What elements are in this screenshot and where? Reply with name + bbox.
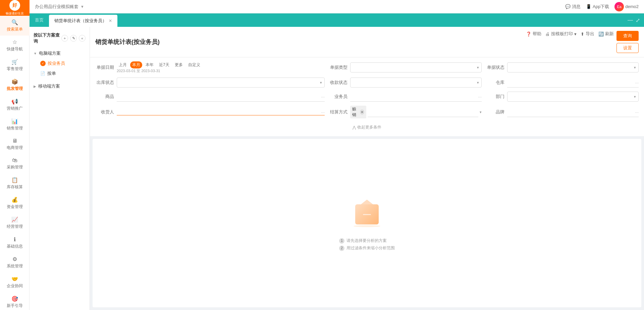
operation-icon: 📈 xyxy=(11,216,18,223)
app-logo[interactable]: 好 畅捷通好生意 xyxy=(0,0,30,16)
user-avatar: Ea xyxy=(614,2,624,11)
tab-home[interactable]: 首页 xyxy=(30,13,49,27)
date-input-wrapper: 上月 本月 本年 近7天 更多 自定义 2023-03-01 至 2023-03… xyxy=(117,61,325,73)
sidebar-item-shortcut[interactable]: ☆ 快捷导航 xyxy=(0,36,30,55)
newuser-icon: 🎯 xyxy=(11,296,18,302)
message-icon: 💬 xyxy=(565,4,571,9)
page-title: 销货单统计表(按业务员) xyxy=(95,38,160,46)
sidebar-item-retail[interactable]: 🛒 零售管理 xyxy=(0,55,30,75)
filter-salesman: 业务员 ··· xyxy=(329,92,482,102)
logo-icon: 好 xyxy=(9,0,20,11)
right-actions: ❓ 帮助 🖨 按模板打印 ▾ ⬆ 导出 xyxy=(526,31,639,53)
goods-input[interactable] xyxy=(117,92,325,102)
empty-step-2: 2 用过滤条件来缩小分析范围 xyxy=(339,245,395,252)
refresh-button[interactable]: 🔄 刷新 xyxy=(598,31,614,37)
box-lid xyxy=(361,200,373,204)
top-bar: 办公用品行业模拟账套 ▾ 💬 消息 📱 App下载 Ea demo2 xyxy=(30,0,644,13)
sidebar-item-finance[interactable]: 💰 资金管理 xyxy=(0,193,30,213)
salesman-wrapper: ··· xyxy=(350,92,482,102)
right-content: 销货单统计表(按业务员) ❓ 帮助 🖨 按模板打印 ▾ xyxy=(90,27,644,310)
tab-bar: 首页 销货单统计表（按业务员） ✕ — ⤢ xyxy=(30,13,644,27)
workspace-dropdown-icon[interactable]: ▾ xyxy=(81,4,84,9)
export-icon: ⬆ xyxy=(581,32,584,37)
date-btn-custom[interactable]: 自定义 xyxy=(186,61,202,68)
step-1-num: 1 xyxy=(339,238,344,244)
warehouse-select[interactable] xyxy=(507,78,639,88)
receiver-label: 收货人 xyxy=(95,109,114,115)
brand-input[interactable] xyxy=(507,107,639,117)
date-btn-last-month[interactable]: 上月 xyxy=(117,61,129,68)
sidebar-item-enterprise[interactable]: 🤝 企业协同 xyxy=(0,272,30,292)
collapse-more-button[interactable]: ⋀ 收起更多条件 xyxy=(95,122,639,132)
receipt-status-select[interactable] xyxy=(350,78,482,88)
tree-child-by-salesman[interactable]: ✓ 按业务员 xyxy=(30,58,90,68)
department-select[interactable] xyxy=(507,92,639,102)
doc-status-select[interactable] xyxy=(507,62,639,72)
tree-parent-desktop[interactable]: ▼ 电脑端方案 xyxy=(30,48,90,58)
edit-scheme-button[interactable]: ✎ xyxy=(70,35,77,42)
sidebar-item-wholesale[interactable]: 📦 批发管理 xyxy=(0,75,30,95)
sidebar-item-newuser[interactable]: 🎯 新手引导 xyxy=(0,292,30,310)
left-panel-title-actions: + ✎ « xyxy=(61,35,86,42)
app-download-button[interactable]: 📱 App下载 xyxy=(586,4,609,10)
tab-maximize-icon[interactable]: ⤢ xyxy=(636,17,640,23)
tab-minimize-icon[interactable]: — xyxy=(628,17,633,23)
collapse-panel-button[interactable]: « xyxy=(79,35,86,42)
date-btn-7days[interactable]: 近7天 xyxy=(157,61,171,68)
sidebar-item-ecommerce[interactable]: 🖥 电商管理 xyxy=(0,135,30,154)
department-wrapper: ▾ xyxy=(507,92,639,102)
tree-parent-mobile[interactable]: ▶ 移动端方案 xyxy=(30,81,90,91)
collapse-up-icon: ⋀ xyxy=(353,125,356,130)
doc-type-select[interactable] xyxy=(350,62,482,72)
date-btn-more[interactable]: 更多 xyxy=(173,61,185,68)
sidebar-item-sales[interactable]: 📊 销售管理 xyxy=(0,115,30,135)
purchase-icon: 🛍 xyxy=(12,157,17,163)
message-button[interactable]: 💬 消息 xyxy=(565,4,581,10)
page-wrapper: 按以下方案查询 + ✎ « ▼ 电脑端方案 xyxy=(30,27,644,310)
out-status-select[interactable] xyxy=(117,78,325,88)
tree-child-by-order[interactable]: 📄 按单 xyxy=(30,68,90,79)
sidebar-item-inventory[interactable]: 📋 库存核算 xyxy=(0,173,30,193)
filter-date: 单据日期 上月 本月 本年 近7天 更多 自定义 2023-03-01 至 20… xyxy=(95,61,325,73)
date-btn-this-month[interactable]: 本月 xyxy=(130,61,142,68)
sidebar-item-purchase[interactable]: 🛍 采购管理 xyxy=(0,154,30,173)
arrow-down-icon: ▼ xyxy=(34,52,37,55)
sidebar-item-operation[interactable]: 📈 经营管理 xyxy=(0,213,30,233)
ecommerce-icon: 🖥 xyxy=(12,138,17,144)
salesman-input[interactable] xyxy=(350,92,482,102)
print-dropdown-icon[interactable]: ▾ xyxy=(574,32,577,37)
date-btn-this-year[interactable]: 本年 xyxy=(144,61,156,68)
inventory-icon: 📋 xyxy=(11,177,18,183)
receipt-status-wrapper: ▾ xyxy=(350,78,482,88)
query-button[interactable]: 查询 xyxy=(616,31,639,41)
filter-settle-method: 结算方式 赊销 ✕ ▾ xyxy=(329,106,482,118)
sidebar-item-marketing[interactable]: 📢 营销推广 xyxy=(0,95,30,115)
warehouse-dots-icon: ··· xyxy=(635,80,639,85)
receipt-status-label: 收款状态 xyxy=(329,80,347,86)
sidebar-item-search[interactable]: 🔍 搜索菜单 xyxy=(0,16,30,36)
settings-button[interactable]: 设置 xyxy=(616,43,639,53)
receiver-input[interactable] xyxy=(117,109,325,115)
empty-step-1: 1 请先选择要分析的方案 xyxy=(339,237,395,245)
department-label: 部门 xyxy=(486,94,504,100)
tree-group-desktop: ▼ 电脑端方案 ✓ 按业务员 📄 按单 xyxy=(30,47,90,80)
filter-warehouse: 仓库 ··· xyxy=(486,78,639,88)
tab-close-icon[interactable]: ✕ xyxy=(109,18,112,23)
tab-sales-stats[interactable]: 销货单统计表（按业务员） ✕ xyxy=(49,15,117,27)
filter-form: 单据日期 上月 本月 本年 近7天 更多 自定义 2023-03-01 至 20… xyxy=(90,57,644,136)
settle-method-wrapper: 赊销 ✕ ▾ xyxy=(350,106,482,118)
filter-doc-type: 单据类型 ▾ xyxy=(329,62,482,72)
help-button[interactable]: ❓ 帮助 xyxy=(526,31,541,37)
empty-box-wrapper xyxy=(355,204,379,224)
edit-icon: ✎ xyxy=(72,36,75,41)
sidebar-item-basic[interactable]: ℹ 基础信息 xyxy=(0,233,30,253)
print-button[interactable]: 🖨 按模板打印 ▾ xyxy=(545,31,577,37)
user-menu[interactable]: Ea demo2 xyxy=(614,2,639,11)
brand-wrapper: ··· xyxy=(507,107,639,117)
add-scheme-button[interactable]: + xyxy=(61,35,68,42)
settle-method-select[interactable] xyxy=(368,107,478,117)
print-icon: 🖨 xyxy=(545,32,550,37)
sidebar-item-system[interactable]: ⚙ 系统管理 xyxy=(0,253,30,272)
export-button[interactable]: ⬆ 导出 xyxy=(581,31,594,37)
settle-tag-close[interactable]: ✕ xyxy=(360,109,364,115)
